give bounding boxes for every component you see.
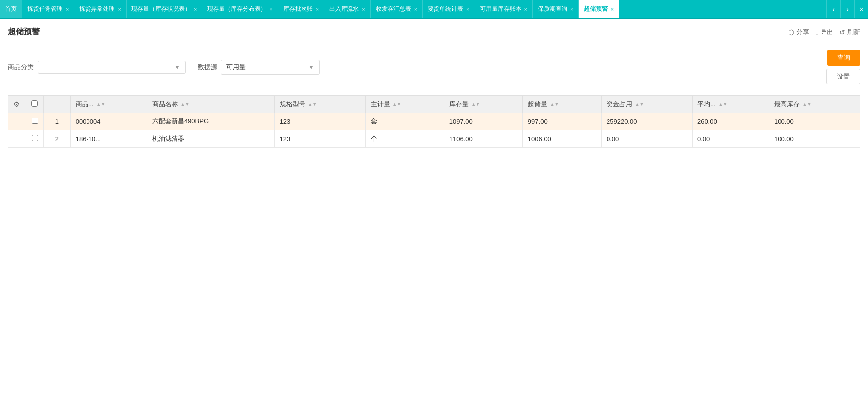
nav-tab-8[interactable]: 要货单统计表 ×: [423, 0, 475, 18]
row-spec: 123: [274, 130, 365, 148]
sort-icon-max-stock: ▲▼: [803, 102, 812, 107]
refresh-icon: ↺: [839, 28, 845, 36]
sort-icon-unit: ▲▼: [392, 102, 401, 107]
row-settings-cell: [8, 113, 26, 130]
close-tab-5[interactable]: ×: [316, 6, 319, 12]
row-spec: 123: [274, 113, 365, 130]
row-index: 2: [44, 130, 71, 148]
nav-tab-9[interactable]: 可用量库存账本 ×: [475, 0, 533, 18]
table-row: 2 186-10... 机油滤清器 123 个 1106.00 1006.00 …: [8, 130, 860, 148]
nav-arrow-close[interactable]: ×: [854, 0, 868, 19]
table-body: 1 0000004 六配套新昌490BPG 123 套 1097.00 997.…: [8, 113, 860, 148]
query-button[interactable]: 查询: [827, 50, 860, 66]
sort-icon-stock: ▲▼: [471, 102, 480, 107]
category-chevron-icon: ▼: [174, 64, 180, 71]
close-tab-2[interactable]: ×: [118, 6, 121, 12]
settings-button[interactable]: 设置: [826, 69, 860, 84]
table-row: 1 0000004 六配套新昌490BPG 123 套 1097.00 997.…: [8, 113, 860, 130]
row-checkbox[interactable]: [32, 118, 38, 124]
nav-tab-3[interactable]: 现存量（库存状况表） ×: [127, 0, 202, 18]
row-overstock: 997.00: [522, 113, 601, 130]
nav-tab-10[interactable]: 保质期查询 ×: [533, 0, 579, 18]
row-settings-cell: [8, 130, 26, 148]
row-product-name: 机油滤清器: [147, 130, 274, 148]
row-capital: 259220.00: [601, 113, 692, 130]
row-product-code: 0000004: [70, 113, 147, 130]
row-product-code: 186-10...: [70, 130, 147, 148]
share-icon: ⬡: [788, 28, 794, 36]
nav-tab-4[interactable]: 现存量（库存分布表） ×: [202, 0, 278, 18]
nav-arrow-right[interactable]: ›: [840, 0, 854, 19]
data-table: ⚙ 商品... ▲▼ 商品名称 ▲▼ 规格型号 ▲▼: [8, 95, 860, 148]
close-tab-9[interactable]: ×: [524, 6, 527, 12]
row-max-stock: 100.00: [769, 113, 860, 130]
th-unit[interactable]: 主计量 ▲▼: [365, 96, 444, 113]
row-avg: 0.00: [692, 130, 769, 148]
row-checkbox[interactable]: [32, 135, 38, 141]
row-product-name: 六配套新昌490BPG: [147, 113, 274, 130]
th-capital[interactable]: 资金占用 ▲▼: [601, 96, 692, 113]
th-product-code[interactable]: 商品... ▲▼: [70, 96, 147, 113]
header-actions: ⬡ 分享 ↓ 导出 ↺ 刷新: [788, 28, 860, 37]
filter-buttons: 查询 设置: [826, 50, 860, 84]
nav-tab-1[interactable]: 拣货任务管理 ×: [22, 0, 74, 18]
th-max-stock[interactable]: 最高库存 ▲▼: [769, 96, 860, 113]
share-action[interactable]: ⬡ 分享: [788, 28, 809, 37]
settings-gear-icon[interactable]: ⚙: [13, 100, 20, 108]
datasource-chevron-icon: ▼: [308, 64, 314, 71]
datasource-value: 可用量: [226, 63, 246, 72]
nav-tab-6[interactable]: 出入库流水 ×: [324, 0, 370, 18]
refresh-action[interactable]: ↺ 刷新: [839, 28, 860, 37]
page-container: 超储预警 ⬡ 分享 ↓ 导出 ↺ 刷新 商品分类 ▼ 数据源: [0, 19, 868, 395]
nav-tab-home[interactable]: 首页: [0, 0, 22, 18]
row-checkbox-cell: [26, 113, 44, 130]
export-icon: ↓: [815, 28, 819, 36]
datasource-select[interactable]: 可用量 ▼: [221, 60, 320, 75]
close-tab-10[interactable]: ×: [570, 6, 573, 12]
row-overstock: 1006.00: [522, 130, 601, 148]
table-header: ⚙ 商品... ▲▼ 商品名称 ▲▼ 规格型号 ▲▼: [8, 96, 860, 113]
sort-icon-product-name: ▲▼: [181, 102, 190, 107]
nav-tab-11[interactable]: 超储预警 ×: [579, 0, 619, 18]
page-title: 超储预警: [8, 27, 40, 37]
close-tab-4[interactable]: ×: [269, 6, 272, 12]
close-tab-1[interactable]: ×: [66, 6, 69, 12]
close-tab-8[interactable]: ×: [466, 6, 469, 12]
row-max-stock: 100.00: [769, 130, 860, 148]
th-spec[interactable]: 规格型号 ▲▼: [274, 96, 365, 113]
nav-arrow-left[interactable]: ‹: [826, 0, 840, 19]
th-settings: ⚙: [8, 96, 26, 113]
export-action[interactable]: ↓ 导出: [815, 28, 833, 37]
row-avg: 260.00: [692, 113, 769, 130]
close-tab-7[interactable]: ×: [414, 6, 417, 12]
row-stock: 1097.00: [444, 113, 522, 130]
row-capital: 0.00: [601, 130, 692, 148]
sort-icon-spec: ▲▼: [308, 102, 317, 107]
filter-category: 商品分类 ▼: [8, 61, 186, 74]
datasource-label: 数据源: [198, 63, 217, 72]
row-checkbox-cell: [26, 130, 44, 148]
th-checkbox: [26, 96, 44, 113]
nav-tab-2[interactable]: 拣货异常处理 ×: [74, 0, 126, 18]
row-stock: 1106.00: [444, 130, 522, 148]
th-index: [44, 96, 71, 113]
select-all-checkbox[interactable]: [31, 100, 38, 107]
row-unit: 套: [365, 113, 444, 130]
th-overstock[interactable]: 超储量 ▲▼: [522, 96, 601, 113]
th-product-name[interactable]: 商品名称 ▲▼: [147, 96, 274, 113]
nav-tab-7[interactable]: 收发存汇总表 ×: [371, 0, 423, 18]
close-tab-6[interactable]: ×: [362, 6, 365, 12]
page-header: 超储预警 ⬡ 分享 ↓ 导出 ↺ 刷新: [8, 27, 860, 37]
close-tab-3[interactable]: ×: [194, 6, 197, 12]
top-nav: 首页 拣货任务管理 × 拣货异常处理 × 现存量（库存状况表） × 现存量（库存…: [0, 0, 868, 19]
th-avg[interactable]: 平均... ▲▼: [692, 96, 769, 113]
sort-icon-overstock: ▲▼: [550, 102, 559, 107]
close-tab-11[interactable]: ×: [610, 6, 613, 12]
nav-arrows: ‹ › ×: [826, 0, 868, 19]
filter-row: 商品分类 ▼ 数据源 可用量 ▼ 查询 设置: [8, 45, 860, 89]
row-index: 1: [44, 113, 71, 130]
nav-tab-5[interactable]: 库存批次账 ×: [278, 0, 324, 18]
sort-icon-avg: ▲▼: [718, 102, 727, 107]
category-select[interactable]: ▼: [38, 61, 186, 74]
th-stock[interactable]: 库存量 ▲▼: [444, 96, 522, 113]
